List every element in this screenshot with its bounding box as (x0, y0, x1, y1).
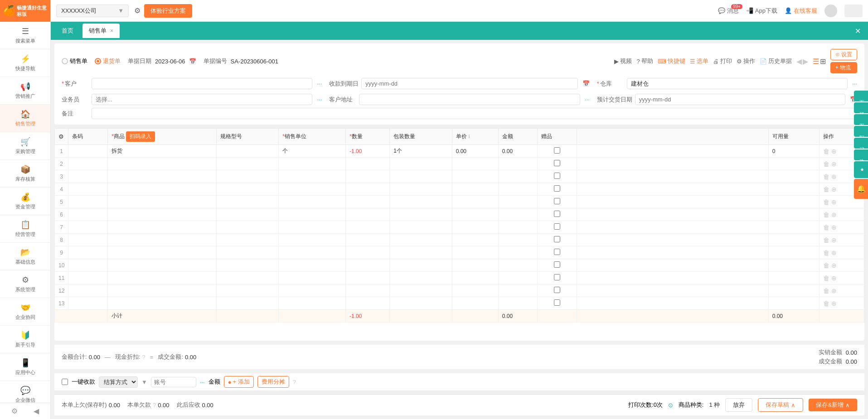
delete-icon[interactable]: 🗑 (823, 287, 829, 294)
gift-checkbox[interactable] (554, 223, 560, 230)
sidebar-item-marketing[interactable]: 📢 营销推广 (0, 77, 50, 105)
tab-home[interactable]: 首页 (54, 22, 81, 40)
sidebar-item-search[interactable]: ☰ 搜索菜单 (0, 22, 50, 49)
copy-icon[interactable]: ⊕ (831, 275, 837, 282)
customer-input[interactable] (92, 78, 312, 89)
cell-product[interactable]: 拆货 (107, 145, 216, 158)
payment-date-input[interactable] (361, 78, 577, 89)
toolbar-help[interactable]: ? 帮助 (636, 57, 653, 65)
trial-button[interactable]: 体验行业方案 (144, 4, 192, 18)
view-list-icon[interactable]: ☰ (813, 57, 819, 66)
expense-help-icon[interactable]: ? (293, 379, 296, 385)
address-input[interactable] (359, 94, 580, 105)
copy-icon[interactable]: ⊕ (831, 300, 837, 307)
sidebar-item-system[interactable]: ⚙ 系统管理 (0, 270, 50, 298)
gift-checkbox[interactable] (554, 287, 560, 293)
copy-icon[interactable]: ⊕ (831, 186, 837, 193)
gift-checkbox[interactable] (554, 211, 560, 217)
right-panel-btn-1[interactable]: 面 (854, 91, 868, 101)
gift-checkbox[interactable] (554, 299, 560, 306)
sidebar-item-wechat[interactable]: 💬 企业微信 (0, 381, 50, 403)
warehouse-input[interactable]: 建材仓 (627, 78, 848, 89)
sidebar-item-enterprise[interactable]: 🤝 企业协同 (0, 298, 50, 326)
radio-return[interactable]: 退货单 (95, 57, 121, 65)
settings-btn[interactable]: ⊙ 设置 (830, 49, 857, 60)
view-grid-icon[interactable]: ⊞ (820, 57, 826, 66)
delete-icon[interactable]: 🗑 (823, 275, 829, 282)
gift-checkbox[interactable] (554, 274, 560, 280)
delete-icon[interactable]: 🗑 (823, 224, 829, 231)
gift-checkbox[interactable] (554, 249, 560, 255)
payment-calendar-icon[interactable]: 📅 (582, 80, 590, 87)
message-button[interactable]: 💬 消息 99+ (718, 7, 739, 15)
right-panel-btn-3[interactable]: 图 (854, 114, 868, 125)
delete-icon[interactable]: 🗑 (823, 249, 829, 256)
radio-sales[interactable]: 销售单 (62, 57, 87, 65)
cell-quantity[interactable]: -1.00 (345, 145, 389, 158)
salesman-dots-icon[interactable]: ··· (317, 96, 322, 103)
account-input[interactable] (151, 377, 196, 387)
sidebar-item-quicknav[interactable]: ⚡ 快捷导航 (0, 49, 50, 77)
user-avatar[interactable] (824, 5, 837, 17)
salesman-input[interactable] (92, 94, 312, 105)
copy-icon[interactable]: ⊕ (831, 198, 837, 206)
right-panel-btn-6[interactable]: 改 (854, 149, 868, 160)
copy-icon[interactable]: ⊕ (831, 224, 837, 231)
delete-icon[interactable]: 🗑 (823, 160, 829, 168)
save-new-button[interactable]: 保存&新增 ∧ (809, 399, 857, 411)
copy-icon[interactable]: ⊕ (831, 173, 837, 180)
sidebar-item-operation[interactable]: 📋 经营管理 (0, 215, 50, 243)
toolbar-history[interactable]: 📄 历史单据 (760, 57, 792, 65)
delete-icon[interactable]: 🗑 (823, 186, 829, 193)
tab-sales[interactable]: 销售单 × (82, 24, 120, 38)
sidebar-settings-icon[interactable]: ⚙ (11, 407, 18, 415)
gift-checkbox[interactable] (554, 236, 560, 242)
gift-checkbox[interactable] (554, 185, 560, 192)
date-calendar-icon[interactable]: 📅 (189, 58, 196, 65)
cell-gift[interactable] (538, 145, 577, 158)
delete-icon[interactable]: 🗑 (823, 173, 829, 180)
gift-checkbox[interactable] (554, 261, 560, 268)
toolbar-operate[interactable]: ⚙ 操作 (737, 57, 755, 65)
toolbar-video[interactable]: ▶ 视频 (614, 57, 632, 65)
sidebar-item-finance[interactable]: 💰 资金管理 (0, 188, 50, 215)
user-name-area[interactable] (844, 5, 863, 17)
right-panel-btn-7[interactable]: ★ (854, 161, 868, 178)
right-panel-btn-8[interactable]: 🔔 (854, 179, 868, 199)
account-dots[interactable]: ··· (200, 379, 205, 385)
customer-dots-icon[interactable]: ··· (317, 80, 322, 87)
copy-icon[interactable]: ⊕ (831, 287, 837, 294)
abandon-button[interactable]: 放弃 (725, 398, 752, 412)
toolbar-select[interactable]: ☰ 选单 (690, 57, 708, 65)
delete-icon[interactable]: 🗑 (823, 236, 829, 244)
right-panel-btn-2[interactable]: 锁 (854, 102, 868, 113)
owe-help[interactable]: ? (153, 402, 156, 409)
cell-barcode[interactable] (68, 145, 108, 158)
right-panel-btn-5[interactable]: 记 (854, 138, 868, 149)
toolbar-print[interactable]: 🖨 打印 (713, 57, 732, 65)
online-service-button[interactable]: 👤 在线客服 (785, 7, 817, 15)
draft-button[interactable]: 保存草稿 ∧ (758, 398, 803, 412)
remark-input[interactable] (92, 108, 857, 119)
nav-next-icon[interactable]: ▶ (803, 57, 808, 66)
right-panel-btn-4[interactable]: 附 (854, 126, 868, 137)
toolbar-hotkey[interactable]: ⌨ 快捷键 (658, 57, 685, 65)
company-selector[interactable]: XXXXXX公司 ▼ (56, 5, 129, 17)
delete-icon[interactable]: 🗑 (823, 198, 829, 206)
cell-spec[interactable] (216, 145, 278, 158)
cell-price[interactable]: 0.00 (452, 145, 498, 158)
gift-checkbox[interactable] (554, 198, 560, 204)
delete-icon[interactable]: 🗑 (823, 148, 829, 155)
cell-amount[interactable]: 0.00 (498, 145, 538, 158)
discount-help-icon[interactable]: ? (142, 354, 145, 361)
delete-icon[interactable]: 🗑 (823, 300, 829, 307)
sidebar-item-sales[interactable]: 🏠 销售管理 (0, 105, 50, 132)
sidebar-collapse-icon[interactable]: ◀ (34, 407, 39, 415)
gift-checkbox[interactable] (554, 173, 560, 179)
cell-packqty[interactable]: 1个 (390, 145, 452, 158)
expense-button[interactable]: 费用分摊 (257, 376, 289, 388)
copy-icon[interactable]: ⊕ (831, 211, 837, 218)
copy-icon[interactable]: ⊕ (831, 148, 837, 155)
sidebar-item-purchase[interactable]: 🛒 采购管理 (0, 132, 50, 160)
tab-close-icon[interactable]: × (110, 28, 113, 34)
